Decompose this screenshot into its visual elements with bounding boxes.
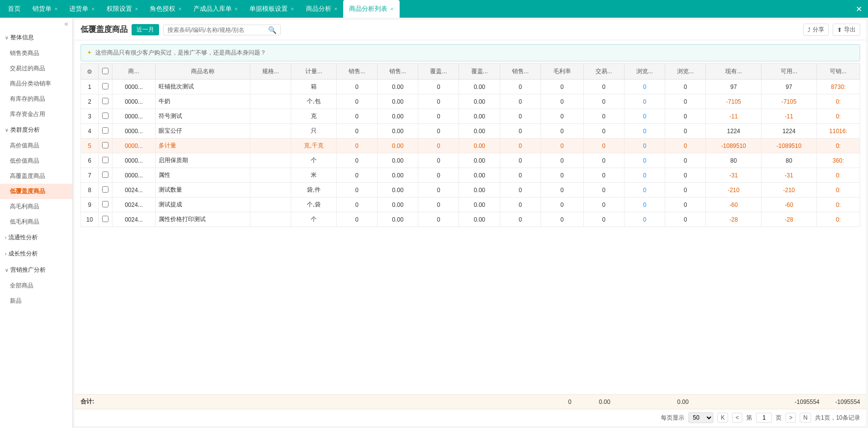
row-coverage2: 0.00 [459, 212, 500, 227]
row-sales-qty: 0 [336, 153, 377, 168]
col-header-current-stock[interactable]: 现有... [706, 64, 761, 80]
row-checkbox[interactable] [99, 168, 112, 183]
nav-tab-purchase[interactable]: 进货单 × [63, 0, 100, 18]
col-header-spec[interactable]: 规格... [250, 64, 291, 80]
col-header-browse2[interactable]: 浏览... [665, 64, 706, 80]
row-browse1[interactable]: 0 [624, 139, 665, 153]
close-finished-tab[interactable]: × [235, 6, 238, 12]
close-template-tab[interactable]: × [291, 6, 294, 12]
row-browse1[interactable]: 0 [624, 94, 665, 109]
sidebar-item-high-margin[interactable]: 高毛利商品 [0, 199, 72, 214]
search-icon[interactable]: 🔍 [268, 26, 276, 34]
sidebar-item-all-goods[interactable]: 全部商品 [0, 278, 72, 293]
col-header-available[interactable]: 可用... [761, 64, 817, 80]
nav-tab-analysis-list[interactable]: 商品分析列表 × [343, 0, 399, 18]
per-page-select[interactable]: 50 20 100 [688, 412, 713, 423]
row-transaction: 0 [583, 139, 624, 153]
row-checkbox[interactable] [99, 183, 112, 198]
row-checkbox[interactable] [99, 80, 112, 94]
row-browse1[interactable]: 0 [624, 109, 665, 124]
sidebar-section-overall[interactable]: ∨ 整体信息 [0, 29, 72, 46]
row-browse1[interactable]: 0 [624, 168, 665, 183]
row-browse1[interactable]: 0 [624, 80, 665, 94]
col-header-sales-count[interactable]: 销售... [500, 64, 541, 80]
star-icon: ✦ [87, 49, 92, 56]
col-header-unit[interactable]: 计量... [291, 64, 337, 80]
row-checkbox[interactable] [99, 109, 112, 124]
row-browse2: 0 [665, 212, 706, 227]
row-sales-count: 0 [500, 198, 541, 212]
close-analysis-tab[interactable]: × [334, 6, 337, 12]
next-page-button[interactable]: > [786, 413, 796, 423]
row-checkbox[interactable] [99, 153, 112, 168]
row-browse1[interactable]: 0 [624, 124, 665, 139]
nav-tab-sales[interactable]: 销货单 × [27, 0, 63, 18]
close-analysis-list-tab[interactable]: × [390, 6, 393, 12]
row-current-stock: 97 [706, 80, 761, 94]
settings-column-header[interactable]: ⚙ [81, 64, 99, 80]
sidebar-item-category-rate[interactable]: 商品分类动销率 [0, 76, 72, 91]
col-header-browse1[interactable]: 浏览... [624, 64, 665, 80]
sidebar-item-stock-capital[interactable]: 库存资金占用 [0, 107, 72, 122]
col-header-coverage2[interactable]: 覆盖... [459, 64, 500, 80]
sidebar-item-traded-goods[interactable]: 交易过的商品 [0, 61, 72, 76]
sidebar-item-high-value[interactable]: 高价值商品 [0, 138, 72, 153]
sidebar-item-low-margin[interactable]: 低毛利商品 [0, 214, 72, 229]
sidebar-item-low-value[interactable]: 低价值商品 [0, 153, 72, 169]
row-coverage2: 0.00 [459, 80, 500, 94]
close-purchase-tab[interactable]: × [91, 6, 94, 12]
close-permission-tab[interactable]: × [135, 6, 138, 12]
filter-recent-month-button[interactable]: 近一月 [132, 24, 159, 35]
row-num: 1 [81, 80, 99, 94]
sidebar-section-cluster[interactable]: ∨ 类群度分析 [0, 122, 72, 138]
row-checkbox[interactable] [99, 198, 112, 212]
row-browse1[interactable]: 0 [624, 183, 665, 198]
sidebar-section-liquidity[interactable]: › 流通性分析 [0, 229, 72, 246]
sidebar-section-marketing[interactable]: ∨ 营销推广分析 [0, 262, 72, 278]
sidebar-item-sales-goods[interactable]: 销售类商品 [0, 46, 72, 61]
sidebar-item-high-coverage[interactable]: 高覆盖度商品 [0, 169, 72, 184]
row-browse1[interactable]: 0 [624, 198, 665, 212]
sidebar-collapse-button[interactable]: « [0, 18, 72, 29]
row-transaction: 0 [583, 198, 624, 212]
nav-tab-permission[interactable]: 权限设置 × [101, 0, 144, 18]
row-checkbox[interactable] [99, 94, 112, 109]
search-input[interactable] [167, 27, 268, 33]
col-header-sales-qty[interactable]: 销售... [336, 64, 377, 80]
row-browse1[interactable]: 0 [624, 153, 665, 168]
close-role-tab[interactable]: × [178, 6, 181, 12]
sidebar-item-stocked-goods[interactable]: 有库存的商品 [0, 91, 72, 107]
row-checkbox[interactable] [99, 139, 112, 153]
sidebar-item-low-coverage[interactable]: 低覆盖度商品 [0, 184, 72, 199]
last-page-button[interactable]: N [800, 413, 811, 423]
row-checkbox[interactable] [99, 212, 112, 227]
row-sellable: 0: [816, 94, 860, 109]
row-sales-count: 0 [500, 109, 541, 124]
current-page-input[interactable] [756, 413, 772, 423]
export-button[interactable]: ⬆ 导出 [833, 24, 860, 36]
col-header-gross-margin[interactable]: 毛利率 [541, 64, 583, 80]
col-header-sales-amt[interactable]: 销售... [378, 64, 418, 80]
per-page-label: 每页显示 [661, 414, 684, 422]
select-all-checkbox[interactable] [102, 68, 108, 74]
sidebar-section-growth[interactable]: › 成长性分析 [0, 246, 72, 262]
first-page-button[interactable]: K [717, 413, 728, 423]
nav-tab-role[interactable]: 角色授权 × [144, 0, 187, 18]
row-unit: 箱 [291, 80, 337, 94]
nav-tab-home[interactable]: 首页 [2, 0, 27, 18]
close-all-tabs-button[interactable]: ✕ [852, 4, 866, 14]
nav-tab-template[interactable]: 单据模板设置 × [244, 0, 299, 18]
col-header-code[interactable]: 商... [112, 64, 156, 80]
sidebar-item-new-goods[interactable]: 新品 [0, 293, 72, 309]
nav-tab-finished[interactable]: 产成品入库单 × [188, 0, 244, 18]
row-browse1[interactable]: 0 [624, 212, 665, 227]
prev-page-button[interactable]: < [732, 413, 742, 423]
row-checkbox[interactable] [99, 124, 112, 139]
share-button[interactable]: ⤴ 分享 [803, 24, 829, 36]
close-sales-tab[interactable]: × [54, 6, 57, 12]
col-header-coverage1[interactable]: 覆盖... [418, 64, 459, 80]
col-header-transaction[interactable]: 交易... [583, 64, 624, 80]
nav-tab-analysis[interactable]: 商品分析 × [300, 0, 343, 18]
col-header-sellable[interactable]: 可销... [816, 64, 860, 80]
col-header-name[interactable]: 商品名称 [155, 64, 250, 80]
